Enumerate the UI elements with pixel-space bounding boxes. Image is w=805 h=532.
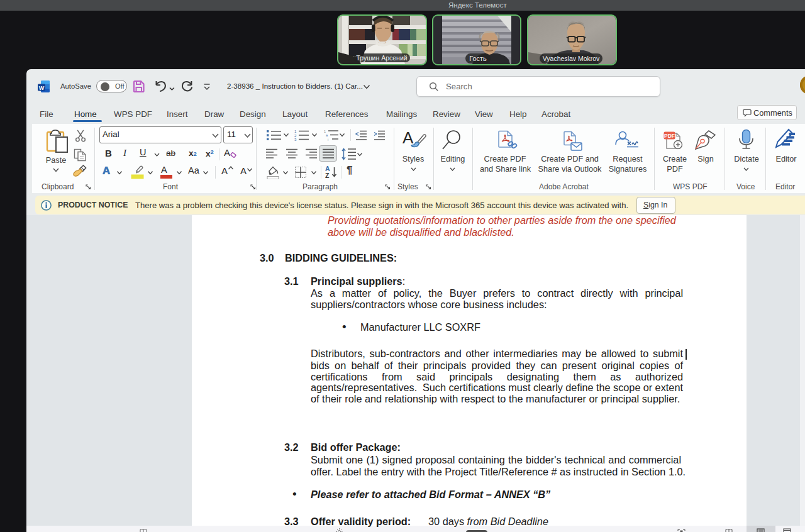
svg-text:W: W [39, 85, 45, 91]
svg-text:PDF: PDF [664, 133, 675, 139]
svg-text:Z: Z [325, 172, 330, 179]
svg-text:1: 1 [294, 130, 297, 133]
svg-text:3: 3 [294, 138, 297, 141]
svg-text:a: a [326, 133, 328, 137]
svg-text:i: i [328, 138, 328, 141]
svg-text:1: 1 [324, 130, 326, 133]
svg-text:2: 2 [294, 134, 297, 138]
